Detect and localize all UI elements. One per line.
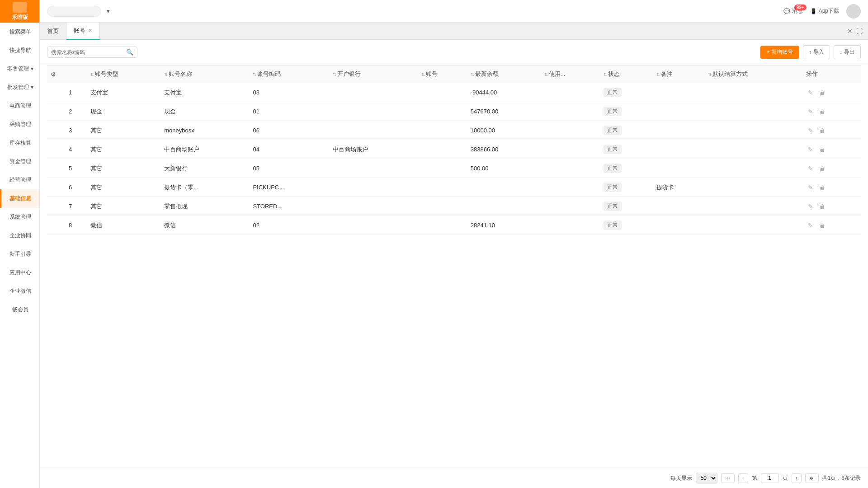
settings-col-header[interactable]: ⚙	[47, 66, 65, 83]
row-remark-cell	[653, 102, 705, 121]
sidebar-item-ecommerce-manage[interactable]: 电商管理	[0, 97, 39, 115]
export-button[interactable]: ↓ 导出	[834, 45, 861, 59]
close-tab-icon[interactable]: ✕	[847, 28, 853, 35]
sidebar-item-app-center[interactable]: 应用中心	[0, 263, 39, 282]
row-account-code-cell: STORED...	[249, 197, 329, 216]
page-label: 第	[752, 474, 757, 482]
delete-button[interactable]: 🗑	[817, 107, 827, 116]
edit-button[interactable]: ✎	[806, 126, 815, 135]
top-search-input[interactable]	[47, 6, 101, 17]
bank-col-header[interactable]: ⇅开户银行	[329, 66, 418, 83]
user-avatar[interactable]	[846, 4, 861, 19]
import-button[interactable]: ↑ 导入	[803, 45, 830, 59]
sidebar-item-enterprise-wechat[interactable]: 企业微信	[0, 282, 39, 300]
edit-button[interactable]: ✎	[806, 202, 815, 211]
top-header: ▾ 💬 消息 99+ 📱 App下载	[40, 0, 868, 23]
account-name-col-header[interactable]: ⇅账号名称	[160, 66, 249, 83]
row-remark-cell	[653, 159, 705, 178]
row-index-cell: 7	[65, 197, 87, 216]
row-default-settlement-cell	[704, 121, 802, 140]
sidebar-item-enterprise-agreement[interactable]: 企业协同	[0, 226, 39, 245]
row-account-type-cell: 其它	[87, 197, 160, 216]
delete-button[interactable]: 🗑	[817, 221, 827, 230]
account-no-col-header[interactable]: ⇅账号	[418, 66, 467, 83]
delete-button[interactable]: 🗑	[817, 202, 827, 211]
message-icon: 💬	[783, 8, 790, 14]
last-page-button[interactable]: ⏭	[805, 473, 819, 483]
table-row: 6 其它 提货卡（零... PICKUPC... 正常 提货卡 ✎ 🗑	[47, 178, 861, 197]
page-size-select[interactable]: 50	[696, 473, 717, 483]
add-account-label: + 新增账号	[767, 48, 793, 56]
row-account-name-cell: 零售抵现	[160, 197, 249, 216]
logo: 乐唯版	[0, 0, 39, 23]
sidebar-item-system-manage[interactable]: 系统管理	[0, 208, 39, 226]
edit-button[interactable]: ✎	[806, 183, 815, 192]
row-balance-cell: 547670.00	[467, 102, 541, 121]
delete-button[interactable]: 🗑	[817, 88, 827, 97]
remark-col-header[interactable]: ⇅备注	[653, 66, 705, 83]
account-code-col-header[interactable]: ⇅账号编码	[249, 66, 329, 83]
row-index-cell: 6	[65, 178, 87, 197]
app-download-label: App下载	[819, 7, 839, 15]
row-account-name-cell: 支付宝	[160, 83, 249, 102]
balance-col-header[interactable]: ⇅最新余额	[467, 66, 541, 83]
logo-icon	[13, 2, 27, 13]
status-badge: 正常	[604, 202, 622, 211]
row-status-cell: 正常	[600, 197, 653, 216]
tab-home[interactable]: 首页	[40, 23, 66, 40]
sidebar-item-operation-manage[interactable]: 经营管理	[0, 171, 39, 189]
sidebar-item-basic-info[interactable]: 基础信息	[0, 189, 39, 208]
row-status-cell: 正常	[600, 121, 653, 140]
message-button[interactable]: 💬 消息 99+	[783, 7, 803, 15]
tab-account-label: 账号	[74, 27, 85, 35]
status-col-header[interactable]: ⇅状态	[600, 66, 653, 83]
prev-page-button[interactable]: ‹	[738, 473, 748, 483]
row-settings-cell	[47, 178, 65, 197]
row-settings-cell	[47, 83, 65, 102]
action-col-header: 操作	[802, 66, 861, 83]
add-account-button[interactable]: + 新增账号	[760, 46, 799, 59]
sidebar-item-inventory-check[interactable]: 库存核算	[0, 134, 39, 152]
row-default-settlement-cell	[704, 197, 802, 216]
edit-button[interactable]: ✎	[806, 88, 815, 97]
toolbar-left: 🔍	[47, 47, 137, 58]
sidebar-item-wholesale-manage[interactable]: 批发管理 ▾	[0, 78, 39, 97]
row-status-cell: 正常	[600, 159, 653, 178]
edit-button[interactable]: ✎	[806, 164, 815, 173]
delete-button[interactable]: 🗑	[817, 145, 827, 154]
row-index-cell: 3	[65, 121, 87, 140]
default-settlement-col-header[interactable]: ⇅默认结算方式	[704, 66, 802, 83]
sidebar-item-members[interactable]: 畅会员	[0, 300, 39, 319]
page-suffix: 页	[783, 474, 788, 482]
tab-account[interactable]: 账号 ✕	[66, 23, 100, 40]
row-account-no-cell	[418, 121, 467, 140]
row-remark-cell	[653, 121, 705, 140]
row-account-code-cell: 03	[249, 83, 329, 102]
row-usage-cell	[541, 159, 600, 178]
sidebar-item-search-menu[interactable]: 搜索菜单	[0, 23, 39, 41]
row-usage-cell	[541, 102, 600, 121]
edit-button[interactable]: ✎	[806, 221, 815, 230]
sidebar-item-retail-manage[interactable]: 零售管理 ▾	[0, 60, 39, 78]
delete-button[interactable]: 🗑	[817, 126, 827, 135]
sidebar-item-capital-manage[interactable]: 资金管理	[0, 152, 39, 171]
dropdown-button[interactable]: ▾	[107, 8, 110, 14]
usage-col-header[interactable]: ⇅使用...	[541, 66, 600, 83]
next-page-button[interactable]: ›	[792, 473, 802, 483]
sidebar-item-quick-nav[interactable]: 快捷导航	[0, 41, 39, 60]
sidebar-item-beginner-guide[interactable]: 新手引导	[0, 245, 39, 263]
row-account-code-cell: 05	[249, 159, 329, 178]
delete-button[interactable]: 🗑	[817, 183, 827, 192]
per-page-label: 每页显示	[670, 474, 692, 482]
tab-close-icon[interactable]: ✕	[88, 28, 92, 33]
sidebar-item-purchase-manage[interactable]: 采购管理	[0, 115, 39, 134]
fullscreen-icon[interactable]: ⛶	[856, 28, 863, 35]
edit-button[interactable]: ✎	[806, 107, 815, 116]
search-input[interactable]	[51, 49, 126, 56]
first-page-button[interactable]: ⏮	[721, 473, 735, 483]
page-number-input[interactable]	[761, 473, 779, 483]
delete-button[interactable]: 🗑	[817, 164, 827, 173]
app-download-button[interactable]: 📱 App下载	[810, 7, 839, 15]
account-type-col-header[interactable]: ⇅账号类型	[87, 66, 160, 83]
edit-button[interactable]: ✎	[806, 145, 815, 154]
